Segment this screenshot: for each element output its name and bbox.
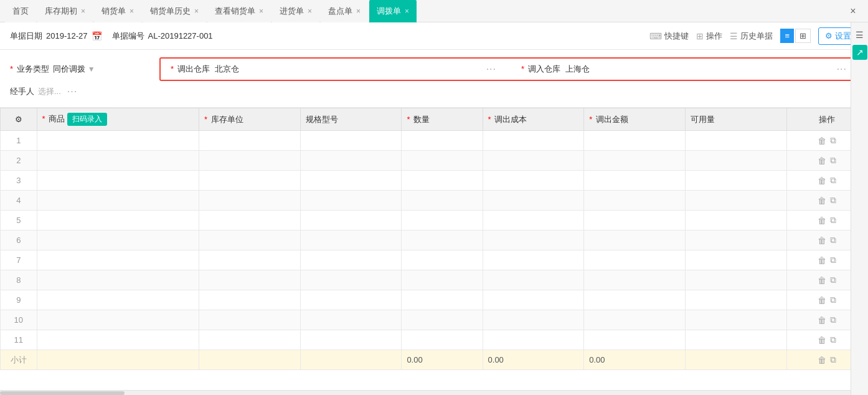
cell-qty[interactable] xyxy=(402,250,483,270)
cell-available[interactable] xyxy=(685,231,786,250)
scrollbar-thumb[interactable] xyxy=(0,391,125,395)
tab-transfer-order-close[interactable]: × xyxy=(405,7,409,15)
tab-view-sales-close[interactable]: × xyxy=(259,7,263,15)
delete-row-icon[interactable]: 🗑 xyxy=(818,216,826,226)
cell-cost[interactable] xyxy=(483,211,584,231)
cell-spec[interactable] xyxy=(300,310,402,330)
cell-product[interactable] xyxy=(37,250,199,270)
tab-purchase-order-close[interactable]: × xyxy=(308,7,312,15)
cell-available[interactable] xyxy=(685,131,786,151)
copy-row-icon[interactable]: ⧉ xyxy=(830,235,836,245)
cell-cost[interactable] xyxy=(483,270,584,290)
cell-spec[interactable] xyxy=(300,290,402,310)
cell-available[interactable] xyxy=(685,330,786,350)
cell-amount[interactable] xyxy=(584,270,686,290)
cell-unit[interactable] xyxy=(199,290,300,310)
cell-product[interactable] xyxy=(37,211,199,231)
cell-qty[interactable] xyxy=(402,191,483,211)
cell-unit[interactable] xyxy=(199,250,300,270)
delete-row-icon[interactable]: 🗑 xyxy=(818,176,826,186)
cell-qty[interactable] xyxy=(402,171,483,191)
cell-amount[interactable] xyxy=(584,231,686,250)
delete-row-icon[interactable]: 🗑 xyxy=(818,156,826,166)
delete-row-icon[interactable]: 🗑 xyxy=(818,236,826,245)
copy-row-icon[interactable]: ⧉ xyxy=(830,275,836,285)
cell-qty[interactable] xyxy=(402,131,483,151)
copy-row-icon[interactable]: ⧉ xyxy=(830,175,836,186)
cell-product[interactable] xyxy=(37,151,199,171)
cell-available[interactable] xyxy=(685,310,786,330)
tab-sales-history-close[interactable]: × xyxy=(194,7,199,15)
cell-product[interactable] xyxy=(37,171,199,191)
cell-product[interactable] xyxy=(37,330,199,350)
cell-product[interactable] xyxy=(37,310,199,330)
cell-amount[interactable] xyxy=(584,330,686,350)
delete-row-icon[interactable]: 🗑 xyxy=(818,295,826,305)
cell-available[interactable] xyxy=(685,151,786,171)
cell-cost[interactable] xyxy=(483,250,584,270)
copy-row-icon[interactable]: ⧉ xyxy=(830,335,836,345)
list-view-btn[interactable]: ≡ xyxy=(780,29,794,43)
delete-row-icon[interactable]: 🗑 xyxy=(818,315,826,325)
side-notes-icon[interactable]: ☰ xyxy=(852,27,867,42)
handler-value[interactable]: 选择... xyxy=(38,86,61,97)
copy-row-icon[interactable]: ⧉ xyxy=(830,195,836,206)
cell-available[interactable] xyxy=(685,270,786,290)
cell-amount[interactable] xyxy=(584,310,686,330)
tab-view-sales[interactable]: 查看销货单 × xyxy=(207,0,271,22)
shortcuts-btn[interactable]: ⌨ 快捷键 xyxy=(649,31,689,42)
cell-unit[interactable] xyxy=(199,330,300,350)
delete-row-icon[interactable]: 🗑 xyxy=(818,196,826,206)
cell-spec[interactable] xyxy=(300,250,402,270)
cell-amount[interactable] xyxy=(584,211,686,231)
cell-unit[interactable] xyxy=(199,151,300,171)
copy-row-icon[interactable]: ⧉ xyxy=(830,215,836,226)
delete-row-icon[interactable]: 🗑 xyxy=(818,255,826,265)
tab-inventory-init[interactable]: 库存期初 × xyxy=(37,0,93,22)
cell-qty[interactable] xyxy=(402,330,483,350)
tab-inventory-check[interactable]: 盘点单 × xyxy=(321,0,368,22)
operations-btn[interactable]: ⊞ 操作 xyxy=(696,31,722,42)
business-type-value[interactable]: 同价调拨 ▼ xyxy=(53,64,95,75)
cell-qty[interactable] xyxy=(402,290,483,310)
copy-row-icon[interactable]: ⧉ xyxy=(830,155,836,166)
handler-more[interactable]: ··· xyxy=(67,86,77,97)
cell-unit[interactable] xyxy=(199,131,300,151)
cell-unit[interactable] xyxy=(199,270,300,290)
delete-row-icon[interactable]: 🗑 xyxy=(818,275,826,285)
cell-product[interactable] xyxy=(37,131,199,151)
cell-product[interactable] xyxy=(37,270,199,290)
subtotal-delete-icon[interactable]: 🗑 xyxy=(818,355,826,365)
cell-cost[interactable] xyxy=(483,191,584,211)
cell-available[interactable] xyxy=(685,211,786,231)
cell-cost[interactable] xyxy=(483,171,584,191)
tab-inventory-init-close[interactable]: × xyxy=(81,7,85,15)
cell-qty[interactable] xyxy=(402,310,483,330)
cell-spec[interactable] xyxy=(300,171,402,191)
tab-purchase-order[interactable]: 进货单 × xyxy=(272,0,319,22)
cell-qty[interactable] xyxy=(402,211,483,231)
business-type-dropdown[interactable]: ▼ xyxy=(88,65,95,74)
cell-amount[interactable] xyxy=(584,191,686,211)
copy-row-icon[interactable]: ⧉ xyxy=(830,295,836,305)
history-btn[interactable]: ☰ 历史单据 xyxy=(730,31,773,42)
copy-row-icon[interactable]: ⧉ xyxy=(830,255,836,265)
cell-spec[interactable] xyxy=(300,330,402,350)
cell-unit[interactable] xyxy=(199,191,300,211)
delete-row-icon[interactable]: 🗑 xyxy=(818,335,826,345)
cell-cost[interactable] xyxy=(483,131,584,151)
warehouse-out-value[interactable]: 北京仓 xyxy=(215,64,481,75)
cell-cost[interactable] xyxy=(483,330,584,350)
cell-cost[interactable] xyxy=(483,290,584,310)
cell-product[interactable] xyxy=(37,290,199,310)
delete-row-icon[interactable]: 🗑 xyxy=(818,136,826,146)
cell-unit[interactable] xyxy=(199,171,300,191)
date-value[interactable]: 2019-12-27 xyxy=(46,31,88,40)
th-settings[interactable]: ⚙ xyxy=(1,108,37,131)
cell-unit[interactable] xyxy=(199,231,300,250)
cell-cost[interactable] xyxy=(483,310,584,330)
cell-qty[interactable] xyxy=(402,151,483,171)
cell-amount[interactable] xyxy=(584,250,686,270)
cell-spec[interactable] xyxy=(300,151,402,171)
warehouse-in-more[interactable]: ··· xyxy=(837,64,847,75)
